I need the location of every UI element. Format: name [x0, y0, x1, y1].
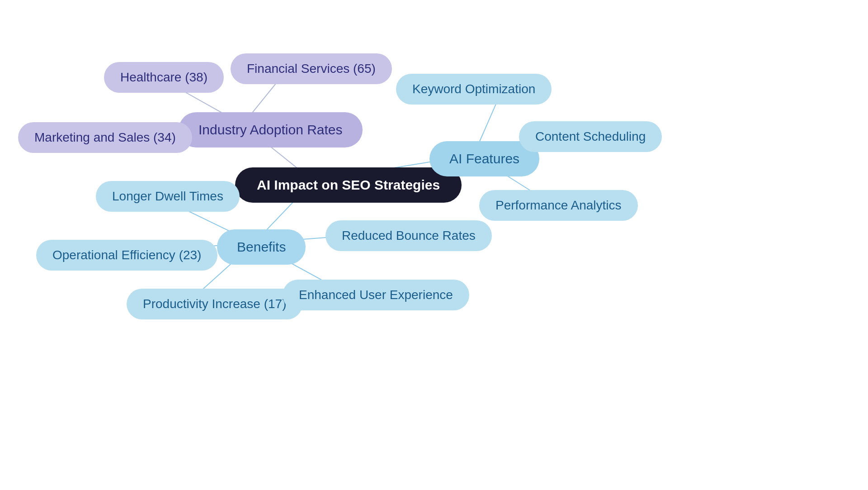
financial-services-node: Financial Services (65)	[231, 53, 392, 84]
performance-analytics-node: Performance Analytics	[479, 190, 638, 221]
enhanced-user-experience-node: Enhanced User Experience	[283, 280, 469, 310]
benefits-node: Benefits	[217, 229, 306, 265]
industry-adoption-rates-node: Industry Adoption Rates	[179, 112, 363, 147]
productivity-increase-node: Productivity Increase (17)	[127, 289, 302, 319]
keyword-optimization-node: Keyword Optimization	[396, 74, 552, 105]
content-scheduling-node: Content Scheduling	[519, 121, 662, 152]
longer-dwell-times-node: Longer Dwell Times	[96, 181, 240, 212]
healthcare-node: Healthcare (38)	[104, 62, 224, 93]
marketing-sales-node: Marketing and Sales (34)	[18, 122, 192, 153]
operational-efficiency-node: Operational Efficiency (23)	[36, 240, 217, 271]
reduced-bounce-rates-node: Reduced Bounce Rates	[326, 220, 492, 251]
center-node: AI Impact on SEO Strategies	[235, 167, 462, 203]
